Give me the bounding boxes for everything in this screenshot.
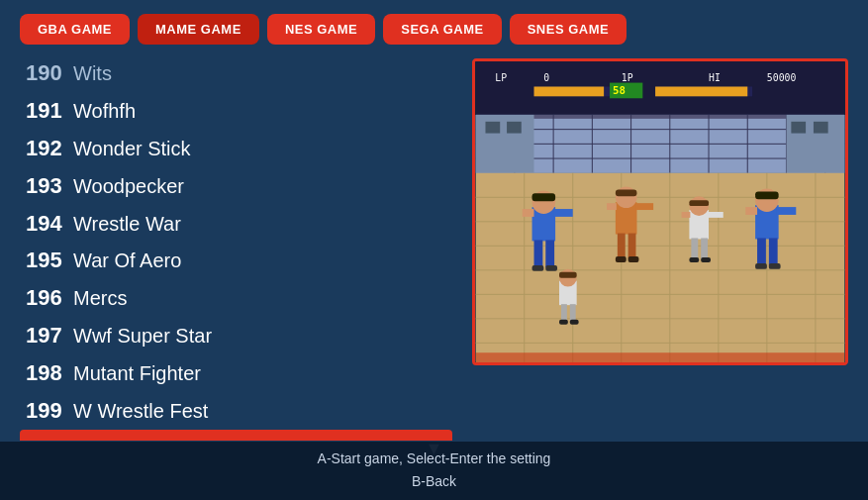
bottom-line1: A-Start game, Select-Enter the setting xyxy=(0,448,868,469)
svg-rect-8 xyxy=(534,86,605,96)
game-number: 192 xyxy=(26,133,73,164)
game-title: Wofhfh xyxy=(73,97,136,126)
svg-rect-81 xyxy=(769,263,781,269)
game-list-item[interactable]: 194 Wrestle War xyxy=(20,205,452,243)
svg-rect-83 xyxy=(777,207,797,215)
svg-rect-86 xyxy=(559,272,577,278)
svg-rect-79 xyxy=(769,238,778,264)
svg-text:1P: 1P xyxy=(622,72,633,83)
game-list-item[interactable]: 191 Wofhfh xyxy=(20,92,452,130)
game-number: 194 xyxy=(26,208,73,240)
game-number: 195 xyxy=(26,245,73,276)
svg-rect-90 xyxy=(570,320,579,325)
game-number: 191 xyxy=(26,95,73,127)
svg-rect-72 xyxy=(701,257,711,262)
svg-rect-32 xyxy=(814,122,828,134)
svg-rect-91 xyxy=(476,352,845,362)
game-list-item[interactable]: 197 Wwf Super Star xyxy=(20,317,452,354)
bottom-bar: A-Start game, Select-Enter the setting B… xyxy=(0,442,868,500)
svg-rect-74 xyxy=(708,212,723,218)
game-number: 198 xyxy=(26,357,73,389)
svg-rect-27 xyxy=(476,115,534,173)
nav-btn-sega-game[interactable]: SEGA GAME xyxy=(383,14,501,45)
game-title: Renegade xyxy=(73,435,164,441)
svg-rect-77 xyxy=(755,191,779,199)
svg-rect-73 xyxy=(682,212,691,218)
nav-btn-nes-game[interactable]: NES GAME xyxy=(267,14,375,45)
svg-rect-80 xyxy=(755,263,767,269)
svg-rect-50 xyxy=(532,193,556,201)
game-title: Wonder Stick xyxy=(73,135,191,163)
svg-rect-69 xyxy=(691,238,698,259)
svg-rect-87 xyxy=(561,304,567,322)
game-preview: LP 0 1P HI 50000 58 xyxy=(472,58,848,365)
game-list-item[interactable]: 199 W Wrestle Fest xyxy=(20,392,452,430)
svg-rect-89 xyxy=(559,320,568,325)
svg-rect-59 xyxy=(616,189,637,196)
game-number: 199 xyxy=(26,395,73,427)
svg-rect-65 xyxy=(635,203,653,210)
svg-text:50000: 50000 xyxy=(767,72,797,83)
game-number: 196 xyxy=(26,282,73,314)
svg-rect-53 xyxy=(532,265,544,271)
svg-rect-78 xyxy=(757,238,766,264)
svg-rect-71 xyxy=(689,257,699,262)
svg-rect-60 xyxy=(618,234,626,258)
game-list-item[interactable]: 200 Renegade xyxy=(20,430,452,441)
svg-rect-52 xyxy=(545,240,554,266)
game-title: Wwf Super Star xyxy=(73,322,212,350)
svg-rect-31 xyxy=(791,122,806,134)
game-list-item[interactable]: 196 Mercs xyxy=(20,279,452,317)
game-number: 197 xyxy=(26,320,73,351)
game-number: 200 xyxy=(26,433,73,441)
game-number: 193 xyxy=(26,170,73,202)
game-list-item[interactable]: 192 Wonder Stick xyxy=(20,130,452,167)
svg-text:0: 0 xyxy=(543,72,549,83)
game-list-item[interactable]: 190 Wits xyxy=(20,54,452,92)
main-content: 190 Wits191 Wofhfh192 Wonder Stick193 Wo… xyxy=(0,54,868,441)
svg-text:HI: HI xyxy=(709,72,721,83)
svg-rect-63 xyxy=(628,256,639,262)
bottom-line2: B-Back xyxy=(0,470,868,492)
svg-rect-82 xyxy=(745,207,757,215)
game-number: 190 xyxy=(26,57,73,89)
svg-rect-64 xyxy=(607,203,617,210)
game-title: Wrestle War xyxy=(73,210,181,239)
top-nav: GBA GAMEMAME GAMENES GAMESEGA GAMESNES G… xyxy=(0,0,868,54)
svg-rect-62 xyxy=(616,256,627,262)
svg-rect-68 xyxy=(689,200,709,206)
svg-text:LP: LP xyxy=(495,72,507,83)
svg-rect-88 xyxy=(570,304,576,322)
svg-rect-61 xyxy=(628,234,636,258)
game-list: 190 Wits191 Wofhfh192 Wonder Stick193 Wo… xyxy=(20,54,452,441)
game-list-item[interactable]: 193 Woodpecker xyxy=(20,167,452,205)
game-title: W Wrestle Fest xyxy=(73,397,208,426)
nav-btn-mame-game[interactable]: MAME GAME xyxy=(138,14,259,45)
game-list-item[interactable]: 195 War Of Aero xyxy=(20,242,452,279)
svg-rect-56 xyxy=(553,209,573,217)
game-title: Wits xyxy=(73,59,112,88)
svg-text:58: 58 xyxy=(613,84,626,97)
svg-rect-30 xyxy=(507,122,522,134)
game-list-item[interactable]: 198 Mutant Fighter xyxy=(20,354,452,392)
game-title: War Of Aero xyxy=(73,247,181,275)
game-title: Woodpecker xyxy=(73,172,184,201)
svg-rect-70 xyxy=(701,238,708,259)
svg-rect-55 xyxy=(523,209,534,217)
nav-btn-gba-game[interactable]: GBA GAME xyxy=(20,14,130,45)
game-title: Mercs xyxy=(73,284,127,313)
nav-btn-snes-game[interactable]: SNES GAME xyxy=(510,14,627,45)
svg-rect-12 xyxy=(655,86,747,96)
svg-rect-54 xyxy=(545,265,557,271)
svg-rect-51 xyxy=(534,240,543,266)
preview-container: LP 0 1P HI 50000 58 xyxy=(472,54,848,441)
svg-rect-29 xyxy=(485,122,500,134)
svg-rect-33 xyxy=(476,173,845,362)
game-title: Mutant Fighter xyxy=(73,359,201,388)
